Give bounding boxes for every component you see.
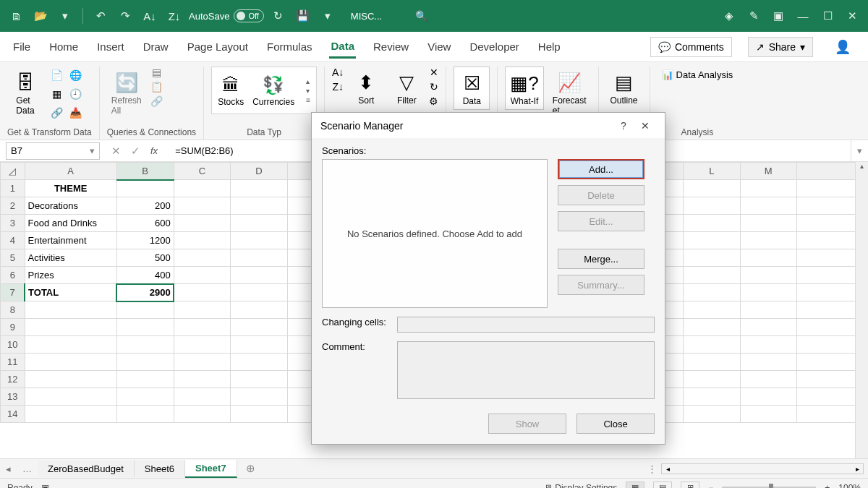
cell[interactable] [740, 232, 796, 249]
sort-az-icon[interactable]: A↓ [332, 67, 344, 78]
cell[interactable] [231, 267, 287, 284]
col-header[interactable]: D [231, 163, 287, 180]
horizontal-scrollbar[interactable]: ◂▸ [661, 463, 864, 474]
cell[interactable] [174, 284, 230, 301]
minimize-icon[interactable]: — [793, 6, 813, 26]
tab-nav-prev-icon[interactable]: ◂ [0, 463, 17, 474]
row-header[interactable]: 10 [1, 336, 25, 354]
cell[interactable] [684, 406, 740, 423]
cell[interactable] [684, 197, 740, 215]
recent-sources-icon[interactable]: 🕘 [67, 85, 84, 103]
cell[interactable] [684, 319, 740, 336]
cell[interactable] [684, 180, 740, 197]
col-header[interactable]: B [116, 163, 174, 180]
page-layout-view-icon[interactable]: ▤ [653, 481, 672, 489]
cell[interactable] [231, 180, 287, 197]
cancel-formula-icon[interactable]: ✕ [111, 145, 121, 158]
cell[interactable] [684, 232, 740, 249]
autosave-toggle[interactable]: Off [234, 9, 263, 22]
cell[interactable]: 2900 [116, 284, 174, 301]
diamond-icon[interactable]: ◈ [719, 6, 739, 26]
cell[interactable] [231, 354, 287, 371]
tab-developer[interactable]: Developer [468, 36, 520, 57]
cell[interactable] [174, 215, 230, 232]
zoom-level[interactable]: 100% [838, 483, 861, 489]
cell[interactable]: 200 [116, 197, 174, 215]
cell[interactable] [25, 406, 116, 423]
properties-icon[interactable]: 📋 [150, 81, 163, 93]
cell[interactable] [231, 197, 287, 215]
share-button[interactable]: ↗ Share ▾ [748, 37, 813, 57]
maximize-icon[interactable]: ☐ [817, 6, 838, 26]
tab-file[interactable]: File [12, 36, 32, 57]
cell[interactable] [740, 371, 796, 388]
tab-draw[interactable]: Draw [142, 36, 170, 57]
save-icon[interactable]: 💾 [293, 6, 313, 26]
cell[interactable] [174, 232, 230, 249]
tab-home[interactable]: Home [48, 36, 80, 57]
add-button[interactable]: Add... [558, 159, 644, 179]
cell[interactable] [231, 232, 287, 249]
close-button[interactable]: Close [576, 414, 655, 434]
cell[interactable] [740, 336, 796, 354]
cell[interactable] [740, 197, 796, 215]
undo-icon[interactable]: ↶ [90, 6, 111, 26]
cell[interactable] [174, 249, 230, 267]
cell[interactable] [684, 301, 740, 319]
cell[interactable] [25, 319, 116, 336]
cell[interactable] [684, 267, 740, 284]
zoom-in-icon[interactable]: + [825, 483, 830, 489]
row-header[interactable]: 3 [1, 215, 25, 232]
tab-review[interactable]: Review [372, 36, 410, 57]
advanced-filter-icon[interactable]: ⚙ [429, 95, 438, 107]
sort-asc-icon[interactable]: A↓ [140, 6, 160, 26]
cell[interactable] [231, 371, 287, 388]
sheet-tab[interactable]: Sheet6 [135, 461, 185, 477]
filter-button[interactable]: ▽Filter [388, 67, 425, 108]
cell[interactable]: Decorations [25, 197, 116, 215]
data-analysis-button[interactable]: 📊 Data Analysis [658, 67, 738, 83]
enter-formula-icon[interactable]: ✓ [131, 145, 140, 158]
cell[interactable] [740, 180, 796, 197]
caret-icon[interactable]: ▾ [55, 6, 75, 26]
cell[interactable]: 1200 [116, 232, 174, 249]
forecast-button[interactable]: 📈Forecast et [548, 67, 591, 119]
cell[interactable] [116, 371, 174, 388]
row-header[interactable]: 8 [1, 301, 25, 319]
cell[interactable] [116, 336, 174, 354]
cell[interactable]: TOTAL [25, 284, 116, 301]
cell[interactable] [174, 388, 230, 406]
add-sheet-icon[interactable]: ⊕ [237, 462, 264, 475]
display-settings[interactable]: 🖥 Display Settings [544, 483, 617, 489]
cell[interactable] [231, 301, 287, 319]
help-icon[interactable]: ? [613, 120, 634, 132]
cell[interactable] [25, 388, 116, 406]
reapply-icon[interactable]: ↻ [429, 81, 438, 93]
col-header[interactable]: L [684, 163, 740, 180]
cell[interactable] [116, 319, 174, 336]
col-header[interactable]: M [740, 163, 796, 180]
from-text-icon[interactable]: 📄 [48, 67, 65, 84]
cell[interactable] [231, 215, 287, 232]
close-window-icon[interactable]: ✕ [842, 6, 862, 26]
row-header[interactable]: 2 [1, 197, 25, 215]
cell[interactable] [740, 406, 796, 423]
search-icon[interactable]: 🔍 [415, 10, 427, 22]
cell[interactable] [740, 267, 796, 284]
sort-button[interactable]: ⬍Sort [348, 67, 384, 108]
row-header[interactable]: 1 [1, 180, 25, 197]
cell[interactable] [174, 197, 230, 215]
cell[interactable] [740, 354, 796, 371]
wand-icon[interactable]: ✎ [744, 6, 764, 26]
qat-more-icon[interactable]: ▾ [318, 6, 338, 26]
cell[interactable] [684, 336, 740, 354]
cell[interactable]: Entertainment [25, 232, 116, 249]
cell[interactable] [231, 388, 287, 406]
cell[interactable] [740, 319, 796, 336]
name-box[interactable]: B7 ▾ [6, 142, 100, 160]
redo-icon[interactable]: ↷ [115, 6, 135, 26]
cell[interactable]: 500 [116, 249, 174, 267]
tab-view[interactable]: View [426, 36, 452, 57]
cell[interactable] [231, 284, 287, 301]
cell[interactable] [174, 371, 230, 388]
